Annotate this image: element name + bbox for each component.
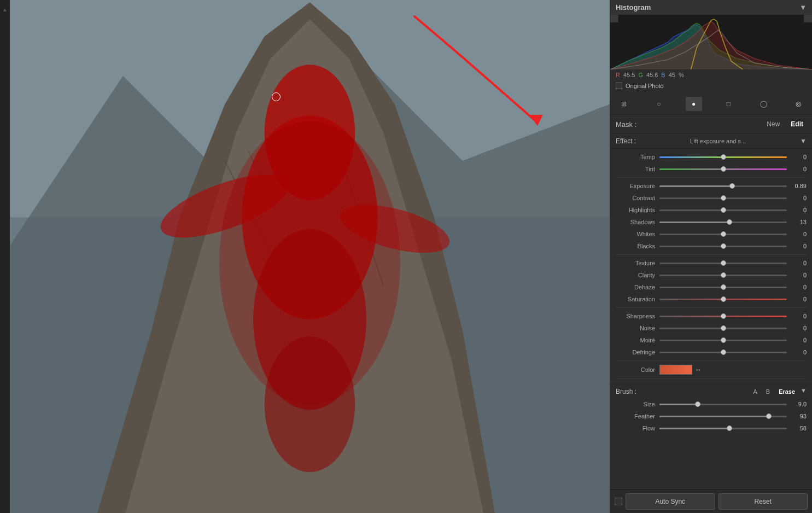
brush-size-label: Size — [616, 401, 659, 407]
contrast-slider[interactable] — [659, 197, 787, 199]
color-swatch-button[interactable] — [659, 365, 692, 375]
defringe-slider[interactable] — [659, 352, 787, 353]
contrast-label: Contrast — [616, 195, 659, 201]
sharpness-slider[interactable] — [659, 316, 787, 317]
highlights-row: Highlights 0 — [610, 204, 812, 216]
highlights-value: 0 — [787, 207, 807, 213]
histogram-collapse-icon[interactable]: ▼ — [799, 3, 807, 11]
tint-label: Tint — [616, 166, 659, 172]
moire-label: Moiré — [616, 337, 659, 343]
defringe-label: Defringe — [616, 349, 659, 355]
sharpness-value: 0 — [787, 313, 807, 319]
noise-slider[interactable] — [659, 328, 787, 329]
shadows-value: 13 — [787, 219, 807, 225]
divider-4 — [616, 360, 807, 361]
exposure-row: Exposure 0.89 — [610, 180, 812, 192]
brush-flow-slider[interactable] — [659, 428, 787, 429]
reset-button[interactable]: Reset — [718, 493, 808, 510]
effect-dropdown-icon[interactable]: ▼ — [800, 137, 807, 145]
texture-slider[interactable] — [659, 263, 787, 264]
mask-section: Mask : New Edit — [610, 115, 812, 134]
divider-3 — [616, 307, 807, 308]
blacks-slider[interactable] — [659, 246, 787, 247]
shadows-row: Shadows 13 — [610, 216, 812, 228]
auto-sync-button[interactable]: Auto Sync — [626, 493, 715, 510]
brush-flow-value: 58 — [787, 425, 807, 432]
circle-fill-tool-icon[interactable]: ● — [686, 97, 702, 111]
texture-row: Texture 0 — [610, 257, 812, 269]
original-photo-label: Original Photo — [626, 83, 664, 89]
mask-label: Mask : — [616, 120, 636, 129]
contrast-value: 0 — [787, 195, 807, 201]
highlights-label: Highlights — [616, 207, 659, 213]
square-tool-icon[interactable]: □ — [720, 97, 737, 111]
blacks-row: Blacks 0 — [610, 240, 812, 252]
photo-canvas — [10, 0, 610, 513]
contrast-row: Contrast 0 — [610, 192, 812, 204]
defringe-value: 0 — [787, 349, 807, 355]
highlights-slider[interactable] — [659, 209, 787, 211]
bottom-bar: Auto Sync Reset — [610, 489, 812, 513]
dehaze-slider[interactable] — [659, 287, 787, 288]
mask-new-button[interactable]: New — [763, 119, 783, 129]
brush-dropdown-icon[interactable]: ▼ — [801, 387, 807, 396]
clarity-row: Clarity 0 — [610, 269, 812, 281]
circle-outline-tool-icon[interactable]: ○ — [651, 97, 667, 111]
grid-tool-icon[interactable]: ⊞ — [616, 97, 632, 111]
temp-row: Temp 0 — [610, 151, 812, 163]
whites-slider[interactable] — [659, 234, 787, 235]
texture-value: 0 — [787, 260, 807, 266]
tool-icons-row: ⊞ ○ ● □ ◯ ◎ — [610, 94, 812, 115]
radial-tool-icon[interactable]: ◎ — [790, 97, 807, 111]
defringe-row: Defringe 0 — [610, 346, 812, 358]
temp-label: Temp — [616, 154, 659, 160]
brush-feather-slider[interactable] — [659, 416, 787, 417]
effect-label: Effect : — [616, 137, 636, 145]
tint-row: Tint 0 — [610, 163, 812, 175]
svg-rect-18 — [804, 15, 812, 22]
auto-sync-checkbox[interactable] — [615, 498, 622, 505]
sharpness-label: Sharpness — [616, 313, 659, 319]
brush-erase-button[interactable]: Erase — [775, 387, 798, 396]
right-panel: Histogram ▼ — [610, 0, 812, 513]
brush-label: Brush : — [616, 388, 636, 395]
brush-flow-label: Flow — [616, 425, 659, 432]
temp-slider[interactable] — [659, 156, 787, 158]
shadows-label: Shadows — [616, 219, 659, 225]
exposure-label: Exposure — [616, 183, 659, 189]
noise-label: Noise — [616, 325, 659, 331]
circle-thin-tool-icon[interactable]: ◯ — [755, 97, 772, 111]
cursor-circle — [272, 92, 281, 101]
histogram-header: Histogram ▼ — [610, 0, 812, 15]
exposure-slider[interactable] — [659, 185, 787, 187]
noise-row: Noise 0 — [610, 322, 812, 334]
photo-area — [10, 0, 610, 513]
clarity-label: Clarity — [616, 272, 659, 278]
shadows-slider[interactable] — [659, 221, 787, 223]
brush-size-slider[interactable] — [659, 404, 787, 405]
b-label: B — [661, 72, 665, 78]
tint-value: 0 — [787, 166, 807, 172]
whites-value: 0 — [787, 231, 807, 237]
saturation-label: Saturation — [616, 296, 659, 302]
whites-row: Whites 0 — [610, 228, 812, 240]
brush-tab-a[interactable]: A — [750, 387, 760, 396]
dehaze-label: Dehaze — [616, 284, 659, 290]
histogram-title: Histogram — [616, 3, 651, 11]
tint-slider[interactable] — [659, 168, 787, 170]
moire-slider[interactable] — [659, 340, 787, 341]
clarity-slider[interactable] — [659, 275, 787, 276]
mask-edit-button[interactable]: Edit — [787, 119, 807, 129]
left-arrow-up: ▲ — [2, 7, 8, 13]
brush-tab-b[interactable]: B — [763, 387, 773, 396]
original-photo-checkbox[interactable] — [616, 83, 622, 89]
texture-label: Texture — [616, 260, 659, 266]
g-value: 45.6 — [646, 72, 658, 78]
brush-flow-row: Flow 58 — [610, 422, 812, 434]
saturation-slider[interactable] — [659, 299, 787, 300]
brush-feather-label: Feather — [616, 413, 659, 419]
histogram-section: Histogram ▼ — [610, 0, 812, 94]
b-value: 45 — [669, 72, 675, 78]
noise-value: 0 — [787, 325, 807, 331]
brush-feather-value: 93 — [787, 413, 807, 419]
